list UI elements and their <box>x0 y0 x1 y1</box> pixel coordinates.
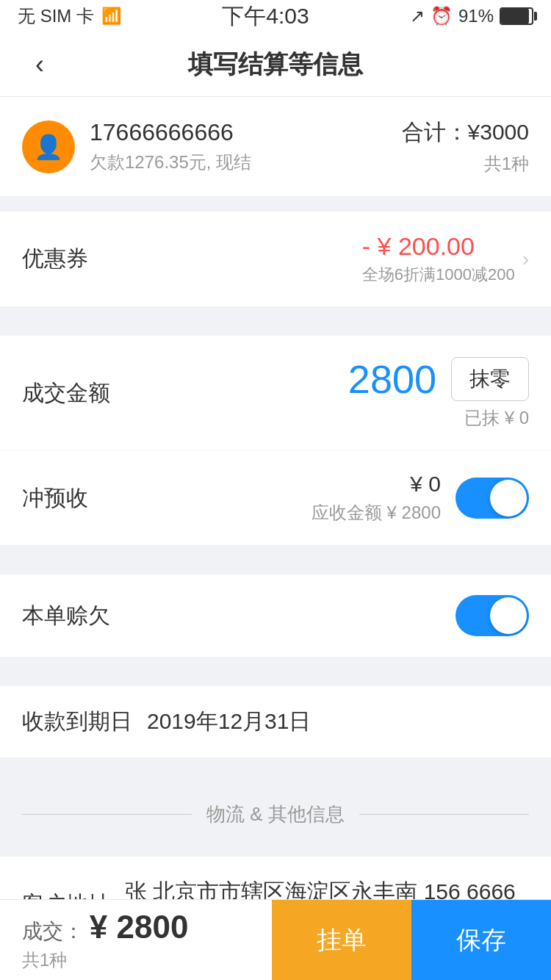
gap4 <box>0 772 551 787</box>
precollect-label: 冲预收 <box>22 483 88 514</box>
amount-section: 成交金额 2800 抹零 已抹 ¥ 0 冲预收 ¥ 0 应收金额 ¥ 2800 <box>0 336 551 545</box>
customer-text: 17666666666 欠款1276.35元, 现结 <box>90 119 251 174</box>
hang-button[interactable]: 挂单 <box>272 900 411 981</box>
gap2 <box>0 560 551 574</box>
logistics-divider: 物流 & 其他信息 <box>0 787 551 842</box>
coupon-chevron-icon: › <box>522 248 529 271</box>
amount-right-group: 2800 抹零 已抹 ¥ 0 <box>348 356 529 430</box>
coupon-info: - ¥ 200.00 全场6折满1000减200 <box>362 232 515 286</box>
precollect-sub: 应收金额 ¥ 2800 <box>311 501 441 525</box>
precollect-amount: ¥ 0 应收金额 ¥ 2800 <box>311 472 441 525</box>
credit-section: 本单赊欠 <box>0 574 551 657</box>
customer-right: 合计：¥3000 共1种 <box>402 118 529 176</box>
precollect-right: ¥ 0 应收金额 ¥ 2800 <box>311 472 529 525</box>
status-right: ↗ ⏰ 91% <box>410 6 533 26</box>
amount-value: 2800 <box>348 356 436 402</box>
precollect-toggle[interactable] <box>455 478 529 519</box>
customer-phone: 17666666666 <box>90 119 251 146</box>
alarm-icon: ⏰ <box>431 6 453 26</box>
divider-line-left <box>22 814 192 815</box>
footer-deal-amount: ¥ 2800 <box>90 909 189 945</box>
order-total: 合计：¥3000 <box>402 118 529 148</box>
round-zero-button[interactable]: 抹零 <box>451 357 529 401</box>
footer: 成交： ¥ 2800 共1种 挂单 保存 <box>0 899 551 980</box>
credit-toggle-knob <box>490 597 527 634</box>
nav-bar: ‹ 填写结算等信息 <box>0 32 551 97</box>
avatar: 👤 <box>22 120 75 173</box>
sim-label: 无 SIM 卡 <box>18 4 94 28</box>
hang-label: 挂单 <box>317 923 367 957</box>
footer-info: 成交： ¥ 2800 共1种 <box>0 909 272 972</box>
back-button[interactable]: ‹ <box>18 43 62 87</box>
customer-left: 👤 17666666666 欠款1276.35元, 现结 <box>22 119 251 174</box>
save-button[interactable]: 保存 <box>411 900 551 981</box>
footer-deal-row: 成交： ¥ 2800 <box>22 909 250 945</box>
amount-row: 成交金额 2800 抹零 已抹 ¥ 0 <box>0 336 551 451</box>
gap3 <box>0 671 551 686</box>
coupon-label: 优惠券 <box>22 244 88 274</box>
duedate-section: 收款到期日 2019年12月31日 <box>0 686 551 757</box>
location-icon: ↗ <box>410 6 425 26</box>
status-time: 下午4:03 <box>222 1 309 32</box>
avatar-icon: 👤 <box>34 133 63 161</box>
logistics-title: 物流 & 其他信息 <box>206 801 345 827</box>
credit-toggle[interactable] <box>455 595 529 636</box>
precollect-row: 冲预收 ¥ 0 应收金额 ¥ 2800 <box>0 451 551 545</box>
customer-info-section: 👤 17666666666 欠款1276.35元, 现结 合计：¥3000 共1… <box>0 97 551 196</box>
coupon-section: 优惠券 - ¥ 200.00 全场6折满1000减200 › <box>0 211 551 306</box>
gap1 <box>0 321 551 336</box>
coupon-right: - ¥ 200.00 全场6折满1000减200 › <box>362 232 529 286</box>
battery-icon <box>500 7 533 25</box>
coupon-row[interactable]: 优惠券 - ¥ 200.00 全场6折满1000减200 › <box>0 211 551 306</box>
duedate-label: 收款到期日 <box>22 707 132 737</box>
footer-deal-label: 成交： <box>22 920 84 943</box>
amount-value-group: 2800 抹零 <box>348 356 529 402</box>
customer-sub: 欠款1276.35元, 现结 <box>90 151 251 174</box>
battery-label: 91% <box>458 6 494 26</box>
coupon-discount: - ¥ 200.00 <box>362 232 515 261</box>
credit-label: 本单赊欠 <box>22 601 110 631</box>
status-left: 无 SIM 卡 📶 <box>18 4 121 28</box>
order-count: 共1种 <box>402 152 529 176</box>
duedate-value: 2019年12月31日 <box>147 707 311 737</box>
divider-line-right <box>359 814 529 815</box>
precollect-main: ¥ 0 <box>311 472 441 497</box>
page-title: 填写结算等信息 <box>188 48 363 82</box>
save-label: 保存 <box>456 923 506 957</box>
amount-label: 成交金额 <box>22 378 110 408</box>
footer-deal-count: 共1种 <box>22 948 250 972</box>
toggle-knob <box>490 480 527 516</box>
coupon-desc: 全场6折满1000减200 <box>362 264 515 286</box>
status-bar: 无 SIM 卡 📶 下午4:03 ↗ ⏰ 91% <box>0 0 551 32</box>
wifi-icon: 📶 <box>101 7 121 26</box>
amount-sub: 已抹 ¥ 0 <box>348 406 529 430</box>
